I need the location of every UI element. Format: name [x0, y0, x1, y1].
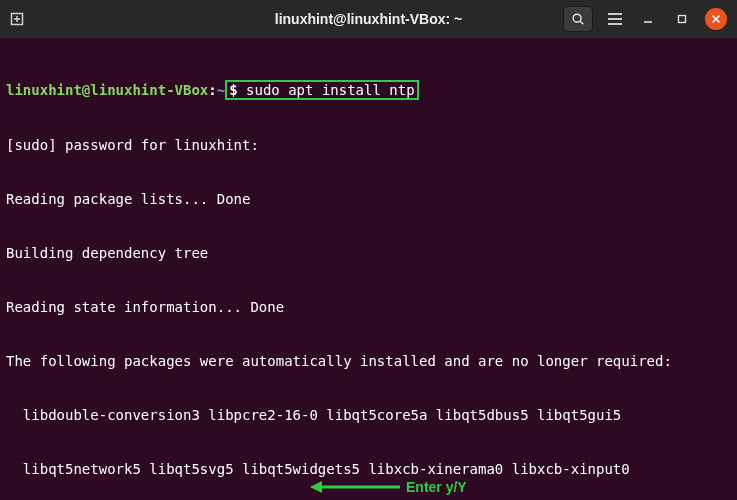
svg-point-3	[573, 14, 581, 22]
svg-marker-13	[310, 481, 322, 493]
prompt-line: linuxhint@linuxhint-VBox:~$ sudo apt ins…	[6, 80, 731, 100]
output-line: [sudo] password for linuxhint:	[6, 136, 731, 154]
output-line: Reading package lists... Done	[6, 190, 731, 208]
output-line: Building dependency tree	[6, 244, 731, 262]
svg-line-4	[580, 21, 583, 24]
window-titlebar: linuxhint@linuxhint-VBox: ~	[0, 0, 737, 38]
prompt-path: ~	[217, 82, 225, 98]
search-button[interactable]	[563, 6, 593, 32]
annotation-label: Enter y/Y	[406, 478, 467, 496]
new-tab-icon[interactable]	[10, 11, 26, 27]
titlebar-left-group	[10, 11, 26, 27]
prompt-user-host: linuxhint@linuxhint-VBox	[6, 82, 208, 98]
svg-rect-9	[679, 16, 686, 23]
maximize-button[interactable]	[671, 8, 693, 30]
hamburger-menu-icon[interactable]	[605, 12, 625, 26]
command-highlight-box: $ sudo apt install ntp	[225, 80, 418, 100]
command-text: sudo apt install ntp	[246, 82, 415, 98]
titlebar-right-group	[563, 6, 727, 32]
output-line: libqt5network5 libqt5svg5 libqt5widgets5…	[6, 460, 731, 478]
terminal-body[interactable]: linuxhint@linuxhint-VBox:~$ sudo apt ins…	[0, 38, 737, 500]
window-title: linuxhint@linuxhint-VBox: ~	[275, 10, 462, 28]
arrow-icon	[310, 480, 400, 494]
prompt-dollar: $	[229, 82, 246, 98]
output-line: The following packages were automaticall…	[6, 352, 731, 370]
minimize-button[interactable]	[637, 8, 659, 30]
close-button[interactable]	[705, 8, 727, 30]
output-line: libdouble-conversion3 libpcre2-16-0 libq…	[6, 406, 731, 424]
prompt-colon: :	[208, 82, 216, 98]
annotation-arrow: Enter y/Y	[310, 478, 467, 496]
output-line: Reading state information... Done	[6, 298, 731, 316]
